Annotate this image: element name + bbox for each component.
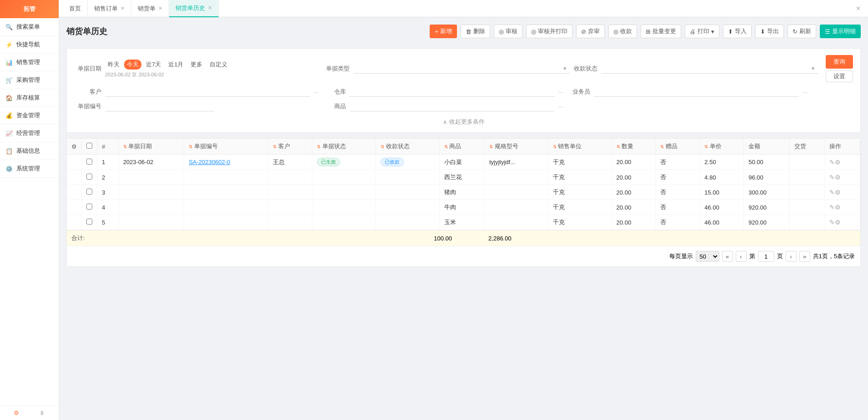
tab-home[interactable]: 首页 [63,0,88,17]
page-prev-button[interactable]: ‹ [736,251,747,262]
td-doc-number[interactable]: SA-20230602-0 [184,155,268,170]
refresh-button[interactable]: ↻ 刷新 [788,25,816,38]
select-all-checkbox[interactable] [86,143,92,149]
th-customer[interactable]: ⇅ 客户 [268,139,312,155]
th-doc-number[interactable]: ⇅ 单据编号 [184,139,268,155]
tab-sales-order[interactable]: 销售订单 ✕ [88,0,131,17]
tab-sales-delivery[interactable]: 销货单 ✕ [131,0,169,17]
td-checkbox[interactable] [82,185,97,200]
tab-sales-delivery-history[interactable]: 销货单历史 ✕ [169,0,219,17]
customer-dots[interactable]: ··· [314,89,319,95]
close-all-button[interactable]: ✕ [852,5,864,12]
audit-button[interactable]: ◎ 审核 [494,25,522,38]
delete-button[interactable]: 🗑 删除 [461,25,490,38]
td-action[interactable]: ✎⚙ [825,185,860,200]
sidebar-item-purchase[interactable]: 🛒 采购管理 [0,71,59,89]
td-action[interactable]: ✎⚙ [825,155,860,170]
sidebar-item-inventory[interactable]: 🏠 库存核算 [0,89,59,107]
row-checkbox[interactable] [86,204,92,210]
sidebar-item-quicknav[interactable]: ⚡ 快捷导航 [0,36,59,54]
th-checkbox[interactable] [82,139,97,155]
td-doc-number[interactable] [184,215,268,230]
edit-icon[interactable]: ✎ [829,204,835,211]
date-btn-7days[interactable]: 近7天 [143,60,164,70]
edit-icon[interactable]: ✎ [829,174,835,181]
setting-button[interactable]: 设置 [826,70,853,82]
th-qty[interactable]: ⇅ 数量 [612,139,656,155]
settings-icon[interactable]: ⚙ [835,159,841,166]
batch-change-button[interactable]: ⊞ 批量变更 [641,25,681,38]
settings-icon[interactable]: ⚙ [835,189,841,196]
row-checkbox[interactable] [86,159,92,165]
paystatus-select[interactable]: ▾ [601,64,818,74]
th-goods[interactable]: ⇅ 商品 [439,139,484,155]
warehouse-dots[interactable]: ··· [558,89,563,95]
date-btn-1month[interactable]: 近1月 [166,60,186,70]
date-btn-more[interactable]: 更多 [188,60,205,70]
sidebar-item-sales[interactable]: 📊 销售管理 [0,54,59,71]
sidebar-item-search[interactable]: 🔍 搜索菜单 [0,18,59,36]
date-btn-today[interactable]: 今天 [124,60,141,70]
td-action[interactable]: ✎⚙ [825,200,860,215]
page-first-button[interactable]: « [722,251,733,262]
show-detail-button[interactable]: ☰ 显示明细 [820,25,861,38]
abandon-button[interactable]: ⊘ 弃审 [576,25,605,38]
settings-icon[interactable]: ⚙ [835,204,841,211]
th-pay-status[interactable]: ⇅ 收款状态 [376,139,440,155]
td-checkbox[interactable] [82,170,97,185]
goods-input[interactable] [350,101,555,111]
import-button[interactable]: ⬆ 导入 [723,25,752,38]
collapse-button[interactable]: ∧ 收起更多条件 [74,116,853,126]
print-button[interactable]: 🖨 打印 ▾ [685,25,719,38]
th-unit[interactable]: ⇅ 销售单位 [548,139,612,155]
date-btn-yesterday[interactable]: 昨天 [105,60,122,70]
td-action[interactable]: ✎⚙ [825,215,860,230]
goods-dots[interactable]: ··· [558,103,563,110]
customer-input[interactable] [105,87,310,97]
warehouse-input[interactable] [350,87,555,97]
salesperson-dots[interactable]: ··· [803,89,808,95]
date-btn-custom[interactable]: 自定义 [207,60,230,70]
doctype-select[interactable]: ▾ [353,64,571,74]
docnum-input[interactable] [105,101,214,111]
page-last-button[interactable]: » [799,251,810,262]
doc-number-link[interactable]: SA-20230602-0 [189,159,230,165]
close-icon[interactable]: ✕ [120,5,125,11]
sidebar-bottom-icon1[interactable]: ⚙ [14,410,19,416]
salesperson-input[interactable] [594,87,799,97]
row-checkbox[interactable] [86,189,92,195]
close-icon[interactable]: ✕ [208,5,212,11]
sidebar-item-basic[interactable]: 📋 基础信息 [0,142,59,160]
sidebar-item-operation[interactable]: 📈 经营管理 [0,125,59,142]
query-button[interactable]: 查询 [826,55,853,69]
td-checkbox[interactable] [82,200,97,215]
per-page-select[interactable]: 50 100 200 [696,251,719,262]
th-unit-price[interactable]: ⇅ 单价 [700,139,744,155]
td-doc-number[interactable] [184,200,268,215]
audit-print-button[interactable]: ◎ 审核并打印 [526,25,572,38]
row-checkbox[interactable] [86,219,92,225]
page-next-button[interactable]: › [786,251,797,262]
edit-icon[interactable]: ✎ [829,189,835,196]
th-settings[interactable]: ⚙ [67,139,82,155]
td-doc-number[interactable] [184,170,268,185]
page-input[interactable] [758,251,774,262]
export-button[interactable]: ⬇ 导出 [755,25,784,38]
sidebar-bottom-icon2[interactable]: ⏸ [39,410,45,416]
th-doc-date[interactable]: ⇅ 单据日期 [118,139,184,155]
collect-button[interactable]: ◎ 收款 [608,25,637,38]
th-doc-status[interactable]: ⇅ 单据状态 [312,139,376,155]
th-spec[interactable]: ⇅ 规格型号 [484,139,548,155]
sidebar-item-finance[interactable]: 💰 资金管理 [0,107,59,125]
new-button[interactable]: + 新增 [430,25,457,38]
settings-icon[interactable]: ⚙ [835,174,841,181]
edit-icon[interactable]: ✎ [829,219,835,226]
row-checkbox[interactable] [86,174,92,180]
td-doc-number[interactable] [184,185,268,200]
td-action[interactable]: ✎⚙ [825,170,860,185]
td-checkbox[interactable] [82,155,97,170]
th-gift[interactable]: ⇅ 赠品 [656,139,700,155]
close-icon[interactable]: ✕ [158,5,162,11]
sidebar-item-system[interactable]: ⚙️ 系统管理 [0,160,59,178]
edit-icon[interactable]: ✎ [829,159,835,166]
